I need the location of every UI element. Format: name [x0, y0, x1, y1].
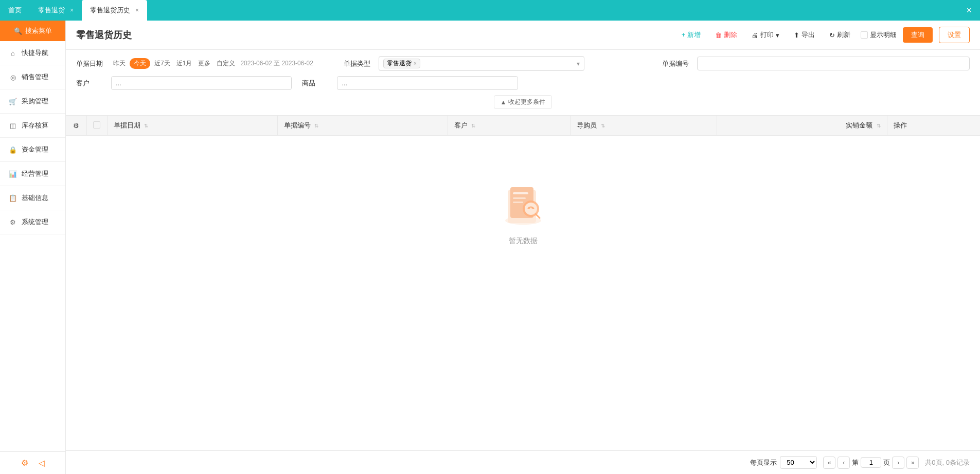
date-shortcuts: 昨天 今天 近7天 近1月 更多 自定义: [111, 58, 237, 69]
page-header: 零售退货历史 + 新增 🗑 删除 🖨 打印 ▾ ⬆ 导出 ↻: [66, 21, 980, 50]
sidebar-item-management-label: 经营管理: [22, 169, 48, 178]
window-close-icon[interactable]: ×: [966, 5, 972, 16]
sidebar-search[interactable]: 🔍 搜索菜单: [0, 21, 65, 41]
topbar-right: ×: [966, 5, 980, 16]
shortcut-more[interactable]: 更多: [196, 58, 212, 69]
voucher-type-select[interactable]: 零售退货 × ▾: [379, 56, 584, 71]
select-all-checkbox[interactable]: [93, 121, 100, 129]
shortcut-1month[interactable]: 近1月: [174, 58, 194, 69]
tab-retail-return-history-label: 零售退货历史: [90, 6, 130, 15]
th-action: 操作: [887, 116, 980, 136]
th-date[interactable]: 单据日期 ⇅: [107, 116, 277, 136]
page-title: 零售退货历史: [76, 29, 132, 41]
data-table: ⚙ 单据日期 ⇅ 单据编号 ⇅: [66, 116, 980, 287]
empty-row: 暂无数据: [66, 136, 980, 287]
date-range-text: 2023-06-02 至 2023-06-02: [240, 59, 313, 68]
th-settings[interactable]: ⚙: [66, 116, 86, 136]
delete-button[interactable]: 🗑 删除: [711, 28, 741, 42]
sidebar-item-finance-label: 资金管理: [22, 145, 48, 154]
tab-home[interactable]: 首页: [0, 0, 30, 21]
shortcut-yesterday[interactable]: 昨天: [111, 58, 128, 69]
sidebar-item-management[interactable]: 📊 经营管理: [0, 162, 65, 186]
sort-guide-icon: ⇅: [601, 123, 605, 129]
shortcut-custom[interactable]: 自定义: [215, 58, 237, 69]
voucher-no-input[interactable]: [697, 57, 970, 70]
sidebar-menu: ⌂ 快捷导航 ◎ 销售管理 🛒 采购管理 ◫ 库存核算 🔒 资金管理 📊 经营: [0, 41, 65, 451]
home-icon: ⌂: [8, 48, 17, 58]
export-button[interactable]: ⬆ 导出: [790, 28, 819, 42]
sidebar-item-finance[interactable]: 🔒 资金管理: [0, 138, 65, 162]
tab-retail-return-label: 零售退货: [38, 6, 65, 15]
th-customer-label: 客户: [454, 121, 468, 129]
date-filter-item: 单据日期 昨天 今天 近7天 近1月 更多 自定义 2023-06-02 至 2…: [76, 58, 333, 69]
main-layout: 🔍 搜索菜单 ⌂ 快捷导航 ◎ 销售管理 🛒 采购管理 ◫ 库存核算 🔒 资: [0, 21, 980, 474]
sidebar-item-sales[interactable]: ◎ 销售管理: [0, 65, 65, 89]
tab-retail-return-history[interactable]: 零售退货历史 ×: [82, 0, 147, 21]
prev-page-button[interactable]: ‹: [838, 457, 850, 469]
sort-amount-icon: ⇅: [877, 123, 881, 129]
sales-icon: ◎: [8, 72, 17, 82]
sidebar-item-purchase[interactable]: 🛒 采购管理: [0, 89, 65, 114]
tab-retail-return-close[interactable]: ×: [70, 7, 74, 14]
customer-input[interactable]: [111, 76, 292, 90]
delete-icon: 🗑: [715, 31, 722, 39]
tab-retail-return-history-close[interactable]: ×: [135, 7, 139, 14]
svg-point-7: [525, 203, 537, 215]
sort-no-icon: ⇅: [314, 123, 318, 129]
shortcut-today[interactable]: 今天: [130, 58, 150, 69]
filter-row-2: 客户 商品: [76, 76, 970, 90]
table-container: ⚙ 单据日期 ⇅ 单据编号 ⇅: [66, 116, 980, 450]
settings-footer-icon[interactable]: ⚙: [21, 458, 28, 468]
refresh-button[interactable]: ↻ 刷新: [825, 28, 854, 42]
print-label: 打印: [760, 30, 774, 40]
svg-rect-4: [513, 197, 526, 199]
print-icon: 🖨: [752, 31, 758, 39]
sidebar-item-system-label: 系统管理: [22, 217, 48, 227]
first-page-button[interactable]: «: [823, 457, 835, 469]
content-area: 零售退货历史 + 新增 🗑 删除 🖨 打印 ▾ ⬆ 导出 ↻: [66, 21, 980, 474]
query-button[interactable]: 查询: [903, 27, 933, 43]
empty-text: 暂无数据: [509, 236, 538, 246]
goods-label: 商品: [302, 79, 333, 88]
page-size-select[interactable]: 20 50 100: [780, 456, 817, 469]
display-detail-checkbox[interactable]: 显示明细: [861, 30, 897, 40]
sidebar-item-inventory[interactable]: ◫ 库存核算: [0, 114, 65, 138]
th-guide[interactable]: 导购员 ⇅: [571, 116, 717, 136]
finance-icon: 🔒: [8, 145, 17, 154]
print-button[interactable]: 🖨 打印 ▾: [747, 28, 783, 42]
tab-retail-return[interactable]: 零售退货 ×: [30, 0, 82, 21]
sidebar-item-basicinfo[interactable]: 📋 基础信息: [0, 186, 65, 210]
management-icon: 📊: [8, 169, 17, 178]
sidebar-item-system[interactable]: ⚙ 系统管理: [0, 210, 65, 234]
goods-input[interactable]: [337, 76, 518, 90]
th-no[interactable]: 单据编号 ⇅: [277, 116, 448, 136]
th-amount-label: 实销金额: [846, 121, 872, 129]
th-amount[interactable]: 实销金额 ⇅: [717, 116, 887, 136]
th-customer[interactable]: 客户 ⇅: [448, 116, 570, 136]
page-number-input[interactable]: [861, 457, 881, 468]
customer-filter-item: 客户: [76, 76, 292, 90]
th-checkbox[interactable]: [86, 116, 107, 136]
settings-icon[interactable]: ⚙: [73, 122, 79, 130]
svg-point-8: [528, 207, 530, 209]
new-button[interactable]: + 新增: [678, 28, 705, 42]
setting-button[interactable]: 设置: [939, 27, 970, 43]
voucher-type-tag: 零售退货 ×: [383, 59, 420, 68]
export-label: 导出: [801, 30, 815, 40]
voucher-type-tag-close[interactable]: ×: [414, 61, 417, 66]
sidebar-item-quicknav[interactable]: ⌂ 快捷导航: [0, 41, 65, 65]
th-date-label: 单据日期: [114, 121, 140, 129]
sidebar-search-label: 搜索菜单: [25, 26, 52, 35]
last-page-button[interactable]: »: [906, 457, 919, 469]
table-body: 暂无数据: [66, 136, 980, 287]
collapse-button[interactable]: ▲ 收起更多条件: [494, 95, 553, 109]
shortcut-7days[interactable]: 近7天: [152, 58, 172, 69]
topbar: 首页 零售退货 × 零售退货历史 × ×: [0, 0, 980, 21]
collapse-label: 收起更多条件: [508, 98, 545, 106]
sidebar-item-inventory-label: 库存核算: [22, 121, 48, 130]
next-page-button[interactable]: ›: [892, 457, 904, 469]
tab-home-label: 首页: [8, 6, 22, 15]
display-detail-check-icon[interactable]: [861, 31, 868, 39]
volume-footer-icon[interactable]: ◁: [39, 458, 45, 468]
print-arrow-icon: ▾: [776, 31, 779, 39]
